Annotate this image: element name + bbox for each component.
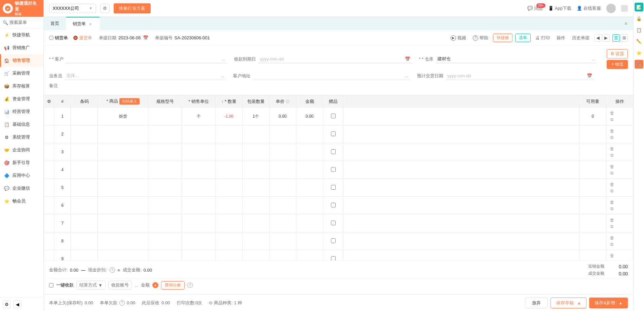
row-unit-cell[interactable] — [182, 232, 216, 250]
row-product-cell[interactable] — [98, 125, 148, 143]
row-pack-qty-cell[interactable] — [242, 197, 269, 215]
operate-action-btn[interactable]: 操作 — [555, 34, 567, 42]
settle-method-select[interactable]: 结算方式 ▼ — [76, 281, 106, 289]
sidebar-search[interactable]: 🔍 搜索菜单 — [0, 17, 43, 29]
app-download-button[interactable]: 📱 App下载 — [548, 5, 571, 11]
row-price-cell[interactable] — [269, 215, 296, 232]
row-barcode-cell[interactable] — [71, 108, 98, 125]
row-gift-cell[interactable] — [323, 250, 343, 261]
settings-button[interactable]: ⚙ 设置 — [607, 49, 628, 59]
sidebar-item-marketing[interactable]: 📢 营销推广 — [0, 41, 43, 54]
row-product-cell[interactable] — [98, 197, 148, 215]
scan-button[interactable]: 扫码录入 — [119, 98, 140, 105]
row-quantity-cell[interactable] — [216, 250, 242, 261]
copy-row-btn[interactable]: ⧉ — [608, 188, 615, 194]
row-amount-cell[interactable] — [296, 179, 323, 197]
row-product-cell[interactable] — [98, 179, 148, 197]
row-product-cell[interactable]: 拆货 — [98, 108, 148, 125]
row-unit-cell[interactable] — [182, 143, 216, 161]
row-amount-cell[interactable] — [296, 143, 323, 161]
sale-radio-label[interactable]: 销货单 — [49, 35, 68, 41]
sidebar-collapse-btn[interactable]: ◀ — [13, 300, 22, 308]
delete-row-btn[interactable]: 🗑 — [608, 110, 615, 116]
row-spec-cell[interactable] — [148, 179, 182, 197]
copy-row-btn[interactable]: ⧉ — [608, 241, 615, 248]
gift-checkbox[interactable] — [331, 131, 336, 136]
row-price-cell[interactable]: 0.00 — [269, 108, 296, 125]
row-amount-cell[interactable] — [296, 250, 323, 261]
delete-row-btn[interactable]: 🗑 — [608, 217, 615, 223]
list-view-btn[interactable]: ☰ — [612, 34, 620, 42]
sidebar-item-wechat[interactable]: 💬 企业微信 — [0, 182, 43, 195]
sidebar-item-system[interactable]: ⚙ 系统管理 — [0, 131, 43, 144]
row-quantity-cell[interactable] — [216, 179, 242, 197]
copy-row-btn[interactable]: ⧉ — [608, 134, 615, 141]
add-payment-btn[interactable]: + — [152, 282, 158, 288]
row-amount-cell[interactable] — [296, 197, 323, 215]
save-draft-button[interactable]: 保存草稿 ▲ — [551, 298, 587, 308]
row-barcode-cell[interactable] — [71, 215, 98, 232]
row-pack-qty-cell[interactable] — [242, 215, 269, 232]
abandon-button[interactable]: 放弃 — [525, 298, 548, 308]
user-avatar[interactable] — [606, 4, 616, 13]
row-pack-qty-cell[interactable] — [242, 179, 269, 197]
sidebar-item-quick-nav[interactable]: ⚡ 快捷导航 — [0, 29, 43, 41]
sidebar-item-business[interactable]: 📊 经营管理 — [0, 105, 43, 118]
gift-checkbox[interactable] — [331, 167, 336, 172]
row-amount-cell[interactable]: 0.00 — [296, 108, 323, 125]
gift-checkbox[interactable] — [331, 114, 336, 118]
salesperson-input[interactable]: 选择... ... — [64, 72, 226, 80]
row-price-cell[interactable] — [269, 179, 296, 197]
row-pack-qty-cell[interactable] — [242, 250, 269, 261]
delivery-date-input[interactable]: yyyy-mm-dd 📅 — [445, 72, 594, 80]
due-date-input[interactable]: yyyy-mm-dd 📅 — [258, 55, 412, 63]
row-barcode-cell[interactable] — [71, 161, 98, 179]
row-barcode-cell[interactable] — [71, 250, 98, 261]
delete-row-btn[interactable]: 🗑 — [608, 145, 615, 152]
next-arrow[interactable]: ▶ — [602, 34, 610, 42]
account-dots-btn[interactable]: ... — [135, 283, 138, 288]
row-price-cell[interactable] — [269, 143, 296, 161]
row-spec-cell[interactable] — [148, 161, 182, 179]
row-unit-cell[interactable] — [182, 215, 216, 232]
shortcut-btn[interactable]: 快捷键 — [493, 34, 513, 42]
copy-row-btn[interactable]: ⧉ — [608, 223, 615, 230]
row-amount-cell[interactable] — [296, 125, 323, 143]
row-price-cell[interactable] — [269, 161, 296, 179]
row-unit-cell[interactable] — [182, 161, 216, 179]
row-unit-cell[interactable] — [182, 197, 216, 215]
tab-sales-order[interactable]: 销货单 × — [66, 17, 100, 30]
row-pack-qty-cell[interactable] — [242, 161, 269, 179]
sale-radio[interactable] — [49, 36, 53, 40]
online-support-button[interactable]: 👤 在线客服 — [577, 5, 601, 11]
row-pack-qty-cell[interactable]: 1个 — [242, 108, 269, 125]
copy-row-btn[interactable]: ⧉ — [608, 116, 615, 123]
row-spec-cell[interactable] — [148, 125, 182, 143]
sidebar-item-member[interactable]: ⭐ 畅会员 — [0, 195, 43, 207]
customer-address-input[interactable]: ... — [253, 72, 410, 80]
row-unit-cell[interactable] — [182, 125, 216, 143]
warehouse-input[interactable]: 建材仓 ... — [435, 55, 597, 63]
row-product-cell[interactable] — [98, 232, 148, 250]
row-barcode-cell[interactable] — [71, 179, 98, 197]
right-sidebar-btn-4[interactable]: ✏️ — [635, 37, 643, 46]
sidebar-item-newbie[interactable]: 🎯 新手引导 — [0, 156, 43, 169]
sidebar-settings-btn[interactable]: ⚙ — [3, 300, 11, 308]
one-click-pay-checkbox[interactable] — [49, 283, 53, 287]
row-gift-cell[interactable] — [323, 125, 343, 143]
gift-checkbox[interactable] — [331, 149, 336, 154]
row-quantity-cell[interactable] — [216, 161, 242, 179]
row-product-cell[interactable] — [98, 215, 148, 232]
row-gift-cell[interactable] — [323, 197, 343, 215]
row-spec-cell[interactable] — [148, 215, 182, 232]
grid-view-btn[interactable]: ⊞ — [620, 34, 628, 42]
right-sidebar-btn-3[interactable]: 📋 — [635, 26, 643, 34]
gift-checkbox[interactable] — [331, 185, 336, 190]
messages-button[interactable]: 💬 消息 99+ — [527, 5, 543, 11]
delete-row-btn[interactable]: 🗑 — [608, 127, 615, 134]
row-spec-cell[interactable] — [148, 232, 182, 250]
row-amount-cell[interactable] — [296, 215, 323, 232]
copy-row-btn[interactable]: ⧉ — [608, 170, 615, 177]
split-help-icon[interactable]: ? — [187, 282, 193, 288]
row-pack-qty-cell[interactable] — [242, 232, 269, 250]
